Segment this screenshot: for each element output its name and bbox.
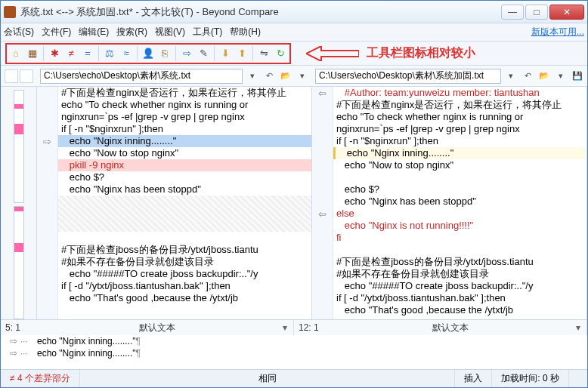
left-encoding-dd-icon[interactable]: ▾ (283, 322, 293, 333)
menu-tool[interactable]: 工具(T) (193, 26, 222, 38)
diff-icon[interactable]: ≠ (63, 46, 79, 61)
code-line[interactable]: #如果不存在备份目录就创建该目录 (58, 256, 311, 268)
code-line[interactable] (333, 244, 586, 256)
code-line[interactable]: nginxrun=`ps -ef |grep -v grep | grep ng… (58, 111, 311, 123)
window-title: 系统.txt <--> 系统加固.txt* - 文本比较(T) - Beyond… (20, 5, 501, 19)
code-line[interactable]: pkill -9 nginx (58, 159, 311, 171)
left-open-icon[interactable]: 📂 (279, 69, 292, 83)
minimize-button[interactable]: — (501, 5, 524, 20)
status-same: 相同 (80, 370, 455, 387)
code-line[interactable] (58, 220, 311, 232)
right-code[interactable]: #Author: team:yunweizu member: tiantusha… (333, 87, 586, 319)
new-version-link[interactable]: 新版本可用... (531, 26, 584, 38)
code-line[interactable]: echo "Nginx has been stoppd" (58, 183, 311, 196)
format-icon[interactable]: ≈ (119, 46, 134, 61)
left-dropdown-icon[interactable]: ▾ (246, 69, 259, 83)
right-encoding-dd-icon[interactable]: ▾ (576, 322, 586, 333)
content: ⇨ #下面是检查nginx是否运行，如果在运行，将其停止echo "To che… (1, 87, 587, 319)
menu-session[interactable]: 会话(S) (4, 26, 34, 38)
app-icon (4, 6, 16, 18)
right-encoding-label[interactable]: 默认文本 (324, 322, 576, 334)
next-diff-icon[interactable]: ⬇ (218, 46, 233, 61)
menu-help[interactable]: 帮助(H) (230, 26, 261, 38)
maximize-button[interactable]: □ (525, 5, 548, 20)
titlebar: 系统.txt <--> 系统加固.txt* - 文本比较(T) - Beyond… (1, 1, 587, 23)
right-cursor-pos: 12: 1 (294, 322, 324, 333)
close-button[interactable]: ✕ (549, 5, 584, 20)
code-line[interactable]: if [ -n "$nginxrun" ];then (58, 123, 311, 135)
code-line[interactable]: #如果不存在备份目录就创建该目录 (333, 268, 586, 280)
all-icon[interactable]: ✱ (47, 46, 62, 61)
edit-icon[interactable]: ✎ (196, 46, 211, 61)
code-line[interactable]: echo "#####TO create jboss backupdir:.."… (333, 280, 586, 292)
code-line[interactable]: echo "Nginx is not running!!!!" (333, 220, 586, 232)
code-line[interactable]: nginxrun=`ps -ef |grep -v grep | grep ng… (333, 123, 586, 135)
code-line[interactable]: echo "Now to stop nginx" (333, 159, 586, 171)
svg-marker-0 (306, 46, 359, 61)
status-load: 加载时间: 0 秒 (492, 370, 569, 387)
code-line[interactable]: #下面是检查nginx是否运行，如果在运行，将其停止 (333, 99, 586, 111)
overview-gutter[interactable] (1, 87, 37, 319)
code-line[interactable]: #下面是检查jboss的备份目录/ytxt/jboss.tiantu (58, 244, 311, 256)
code-line[interactable]: fi (333, 232, 586, 244)
code-line[interactable]: else (333, 208, 586, 220)
menu-file[interactable]: 文件(F) (42, 26, 71, 38)
menu-edit[interactable]: 编辑(E) (79, 26, 109, 38)
code-line[interactable]: #Author: team:yunweizu member: tiantusha… (333, 87, 586, 99)
menu-view[interactable]: 视图(V) (155, 26, 185, 38)
code-line[interactable] (58, 196, 311, 208)
copy-icon[interactable]: ⎘ (157, 46, 172, 61)
right-dropdown-icon[interactable]: ▾ (504, 69, 518, 83)
reload-icon[interactable]: ↻ (273, 46, 288, 61)
prev-diff-icon[interactable]: ⬆ (234, 46, 249, 61)
left-pane: ⇨ #下面是检查nginx是否运行，如果在运行，将其停止echo "To che… (37, 87, 312, 319)
same-icon[interactable]: = (80, 46, 95, 61)
code-line[interactable]: #下面是检查nginx是否运行，如果在运行，将其停止 (58, 87, 311, 99)
code-line[interactable]: #下面是检查jboss的备份目录/ytxt/jboss.tiantu (333, 256, 586, 268)
code-line[interactable]: echo "Nginx inning........" (333, 147, 586, 159)
left-path-input[interactable] (40, 69, 243, 84)
code-line[interactable]: if [ -d "/ytxt/jboss.tiantushan.bak" ];t… (333, 292, 586, 304)
detail-line-b: echo "Nginx inning........" (37, 348, 136, 359)
bottom-panel: 5: 1默认文本▾ 12: 1默认文本▾ ⇨ ···echo "Nginx in… (1, 319, 587, 369)
expert-icon[interactable]: 👤 (141, 46, 156, 61)
right-path-input[interactable] (315, 69, 501, 84)
left-history-icon[interactable]: ↶ (262, 69, 276, 83)
right-open-icon[interactable]: 📂 (537, 69, 551, 83)
code-line[interactable]: echo "Nginx inning........" (58, 135, 311, 147)
right-save-icon[interactable]: 💾 (571, 69, 584, 83)
code-line[interactable]: echo "That's good ,because the /ytxt/jb (333, 304, 586, 316)
code-line[interactable] (58, 232, 311, 244)
left-encoding-label[interactable]: 默认文本 (31, 322, 283, 334)
code-line[interactable]: echo $? (333, 183, 586, 196)
swap-icon[interactable]: ⇋ (256, 46, 271, 61)
toolbar: ⌂ ▦ ✱ ≠ = ⚖ ≈ 👤 ⎘ ⇨ ✎ ⬇ ⬆ ⇋ ↻ 工具栏图标相对较小 (1, 42, 587, 66)
left-line-gutter: ⇨ (37, 87, 58, 319)
status-insert: 插入 (455, 370, 492, 387)
code-line[interactable]: echo "#####TO create jboss backupdir:.."… (58, 268, 311, 280)
code-line[interactable]: if [ -d "/ytxt/jboss.tiantushan.bak" ];t… (58, 280, 311, 292)
rules-icon[interactable]: ⚖ (102, 46, 117, 61)
left-code[interactable]: #下面是检查nginx是否运行，如果在运行，将其停止echo "To check… (58, 87, 311, 319)
thumb1-icon[interactable] (5, 69, 18, 83)
copy-right-icon[interactable]: ⇨ (179, 46, 194, 61)
code-line[interactable]: if [ -n "$nginxrun" ];then (333, 135, 586, 147)
menu-search[interactable]: 搜索(R) (116, 26, 147, 38)
code-line[interactable]: echo "To check whether nginx is running … (58, 99, 311, 111)
right-history-icon[interactable]: ↶ (521, 69, 534, 83)
left-cursor-pos: 5: 1 (1, 322, 31, 333)
code-line[interactable]: echo "To check whether nginx is running … (333, 111, 586, 123)
left-browse-icon[interactable]: ▾ (296, 69, 309, 83)
thumb2-icon[interactable] (20, 69, 33, 83)
home-icon[interactable]: ⌂ (8, 46, 23, 61)
code-line[interactable]: echo $? (58, 171, 311, 183)
code-line[interactable]: echo "Now to stop nginx" (58, 147, 311, 159)
code-line[interactable] (333, 171, 586, 183)
annotation-arrow (306, 46, 359, 61)
right-line-gutter: ⇦⇦ (312, 87, 333, 319)
code-line[interactable] (58, 208, 311, 220)
sessions-icon[interactable]: ▦ (25, 46, 40, 61)
code-line[interactable]: echo "Nginx has been stoppd" (333, 196, 586, 208)
code-line[interactable]: echo "That's good ,because the /ytxt/jb (58, 292, 311, 304)
right-browse-icon[interactable]: ▾ (554, 69, 568, 83)
